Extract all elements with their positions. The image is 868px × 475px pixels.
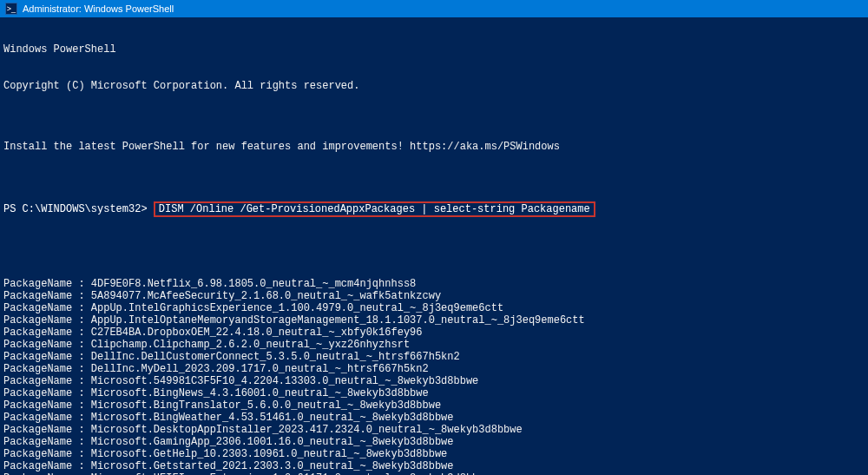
package-line: PackageName : Microsoft.DesktopAppInstal… <box>3 424 865 436</box>
header-line: Windows PowerShell <box>3 43 865 56</box>
package-line: PackageName : Microsoft.549981C3F5F10_4.… <box>3 375 865 387</box>
package-line: PackageName : AppUp.IntelOptaneMemoryand… <box>3 314 865 327</box>
package-line: PackageName : Clipchamp.Clipchamp_2.6.2.… <box>3 339 865 351</box>
install-hint-line: Install the latest PowerShell for new fe… <box>3 141 865 153</box>
prompt-line: PS C:\WINDOWS\system32> DISM /Online /Ge… <box>3 201 865 217</box>
copyright-line: Copyright (C) Microsoft Corporation. All… <box>3 80 865 92</box>
package-line: PackageName : 4DF9E0F8.Netflix_6.98.1805… <box>3 278 865 290</box>
output-list: PackageName : 4DF9E0F8.Netflix_6.98.1805… <box>3 278 865 475</box>
package-line: PackageName : DellInc.MyDell_2023.209.17… <box>3 363 865 375</box>
package-line: PackageName : Microsoft.BingWeather_4.53… <box>3 412 865 424</box>
prompt-path: PS C:\WINDOWS\system32> <box>3 203 154 215</box>
blank-line <box>3 241 865 254</box>
package-line: PackageName : C27EB4BA.DropboxOEM_22.4.1… <box>3 327 865 339</box>
package-line: PackageName : Microsoft.Getstarted_2021.… <box>3 460 865 472</box>
package-line: PackageName : DellInc.DellCustomerConnec… <box>3 351 865 363</box>
package-line: PackageName : Microsoft.GamingApp_2306.1… <box>3 436 865 448</box>
window-titlebar[interactable]: >_ Administrator: Windows PowerShell <box>0 0 868 17</box>
powershell-icon: >_ <box>5 3 17 15</box>
package-line: PackageName : AppUp.IntelGraphicsExperie… <box>3 302 865 314</box>
terminal-body[interactable]: Windows PowerShell Copyright (C) Microso… <box>0 17 868 475</box>
package-line: PackageName : Microsoft.BingNews_4.3.160… <box>3 387 865 399</box>
command-highlight: DISM /Online /Get-ProvisionedAppxPackage… <box>154 201 595 217</box>
package-line: PackageName : Microsoft.BingTranslator_5… <box>3 399 865 412</box>
package-line: PackageName : 5A894077.McAfeeSecurity_2.… <box>3 290 865 302</box>
window-title: Administrator: Windows PowerShell <box>23 3 174 14</box>
package-line: PackageName : Microsoft.GetHelp_10.2303.… <box>3 448 865 460</box>
